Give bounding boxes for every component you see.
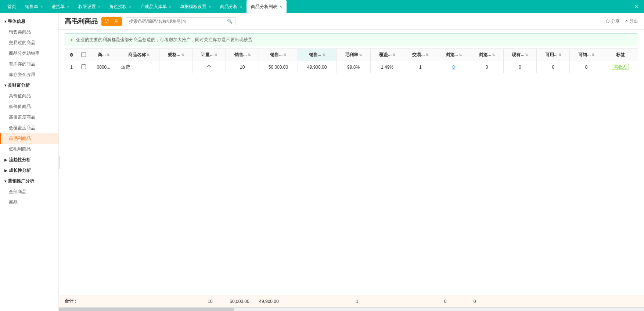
close-roles-icon[interactable]: × [129, 4, 131, 9]
sort-icon-view1: ⇅ [459, 53, 462, 57]
sidebar-item-traded-goods[interactable]: 交易过的商品 [0, 37, 58, 48]
view1-link[interactable]: 0 [452, 65, 455, 70]
nav-product-analysis[interactable]: 商品分析 × [216, 0, 247, 13]
col-sellable[interactable]: 可销... ⇅ [570, 49, 603, 61]
nav-sales[interactable]: 销售单 × [21, 0, 47, 13]
sidebar-item-high-coverage[interactable]: 高覆盖度商品 [0, 112, 58, 123]
col-trade[interactable]: 交易... ⇅ [404, 49, 437, 61]
col-unit[interactable]: 计量... ⇅ [193, 49, 226, 61]
sidebar-item-in-stock-goods[interactable]: 有库存的商品 [0, 59, 58, 69]
sidebar-item-stock-capital[interactable]: 库存资金占用 [0, 69, 58, 80]
chevron-down-icon: ▾ [4, 19, 6, 23]
chevron-right-icon-2: ▶ [4, 169, 7, 173]
sidebar-section-wealth[interactable]: ▾ 贫财富分析 [0, 80, 58, 91]
col-sale-amount[interactable]: 销售... ⇅ [259, 49, 298, 61]
chevron-down-icon-2: ▾ [4, 83, 6, 87]
scrollbar-thumb[interactable] [59, 308, 234, 311]
col-coverage[interactable]: 覆盖... ⇅ [371, 49, 404, 61]
sidebar-item-new-goods[interactable]: 新品 [0, 197, 58, 208]
sort-icon-code: ⇅ [107, 53, 109, 57]
row-sale-qty: 10 [226, 61, 259, 73]
col-gross-margin[interactable]: 毛利率 ⇅ [336, 49, 371, 61]
close-sales-icon[interactable]: × [40, 4, 43, 9]
sidebar-item-all-goods[interactable]: 全部商品 [0, 187, 58, 197]
sidebar-item-high-margin[interactable]: 高毛利商品 [0, 133, 58, 144]
select-all-checkbox[interactable] [81, 52, 86, 57]
tag-badge: 高收入 [612, 64, 629, 70]
row-available: 0 [537, 61, 570, 73]
total-view1 [372, 299, 401, 304]
total-sellable [489, 299, 519, 304]
sidebar-item-low-margin[interactable]: 低毛利商品 [0, 144, 58, 155]
sidebar-item-low-value[interactable]: 低价值商品 [0, 101, 58, 112]
col-code[interactable]: 商... ⇅ [89, 49, 118, 61]
content-header: 《 高毛利商品 近一月 🔍 ⬡ 分享 ↗ 导出 [59, 13, 644, 30]
sidebar-item-high-value[interactable]: 高价值商品 [0, 91, 58, 101]
row-tag: 高收入 [603, 61, 638, 73]
sidebar-item-category-rate[interactable]: 商品分类助销率 [0, 48, 58, 59]
close-product-analysis-icon[interactable]: × [240, 4, 242, 9]
close-purchase-icon[interactable]: × [67, 4, 69, 9]
col-sale-qty[interactable]: 销售... ⇅ [226, 49, 259, 61]
sidebar-item-sales-goods[interactable]: 销售类商品 [0, 27, 58, 37]
total-sale-qty: 10 [195, 299, 225, 304]
export-button[interactable]: ↗ 导出 [624, 18, 638, 25]
row-coverage: 1.49% [371, 61, 404, 73]
sidebar-section-growth[interactable]: ▶ 成长性分析 [0, 165, 58, 176]
sort-icon-coverage: ⇅ [392, 53, 395, 57]
nav-purchase[interactable]: 进货单 × [47, 0, 73, 13]
close-product-inbound-icon[interactable]: × [169, 4, 171, 9]
row-view2: 0 [470, 61, 503, 73]
sidebar-collapse-button[interactable]: 《 [59, 155, 60, 170]
col-spec[interactable]: 规格... ⇅ [159, 49, 193, 61]
search-input[interactable] [129, 19, 226, 24]
sort-icon-gross-margin: ⇅ [359, 53, 362, 57]
col-name[interactable]: 商品名称 ⇅ [118, 49, 159, 61]
nav-permissions[interactable]: 权限设置 × [74, 0, 105, 13]
nav-roles[interactable]: 角色授权 × [105, 0, 136, 13]
sort-icon-available: ⇅ [558, 53, 561, 57]
header-actions: ⬡ 分享 ↗ 导出 [606, 18, 638, 25]
row-name: 运费 [118, 61, 159, 73]
col-settings[interactable]: ⚙ [65, 49, 78, 61]
filter-month-button[interactable]: 近一月 [101, 17, 122, 26]
col-view2[interactable]: 浏览... ⇅ [470, 49, 503, 61]
nav-product-analysis-list[interactable]: 商品分析列表 × [247, 0, 286, 13]
footer-total: 合计： 10 50,000.00 49,900.00 1 0 0 [59, 295, 644, 307]
close-all-tabs-button[interactable]: × [632, 3, 641, 10]
sidebar-section-flow[interactable]: ▶ 流趋性分析 [0, 155, 58, 165]
total-sale-amount: 50,000.00 [225, 299, 254, 304]
horizontal-scrollbar[interactable] [59, 307, 644, 311]
sort-icon-sellable: ⇅ [591, 53, 594, 57]
row-view1[interactable]: 0 [437, 61, 470, 73]
row-index: 1 [65, 61, 78, 73]
settings-icon[interactable]: ⚙ [69, 53, 73, 58]
data-table: ⚙ 商... ⇅ [65, 48, 638, 73]
sidebar-item-low-coverage[interactable]: 低覆盖度商品 [0, 123, 58, 133]
col-view1[interactable]: 浏览... ⇅ [437, 49, 470, 61]
top-nav: 首页 销售单 × 进货单 × 权限设置 × 角色授权 × 产成品入库单 × 单据… [0, 0, 644, 13]
close-template-icon[interactable]: × [209, 4, 211, 9]
search-icon[interactable]: 🔍 [227, 19, 233, 24]
row-select-checkbox[interactable] [81, 64, 86, 69]
sidebar-section-marketing[interactable]: ▾ 营销推广分析 [0, 176, 58, 187]
total-available: 0 [460, 299, 489, 304]
col-tag[interactable]: 标签 [603, 49, 638, 61]
sort-icon-unit: ⇅ [214, 53, 217, 57]
sidebar-section-overall[interactable]: ▾ 整体信息 [0, 16, 58, 27]
close-product-analysis-list-icon[interactable]: × [280, 4, 282, 9]
col-checkbox [78, 49, 89, 61]
row-sale-cost: 49,900.00 [298, 61, 336, 73]
table-container[interactable]: ⚙ 商... ⇅ [65, 48, 638, 295]
close-permissions-icon[interactable]: × [98, 4, 100, 9]
nav-home[interactable]: 首页 [3, 0, 21, 13]
row-trade: 1 [404, 61, 437, 73]
nav-product-inbound[interactable]: 产成品入库单 × [136, 0, 176, 13]
col-available[interactable]: 可用... ⇅ [537, 49, 570, 61]
chevron-down-icon-3: ▾ [4, 179, 6, 183]
col-current-stock[interactable]: 现有... ⇅ [503, 49, 536, 61]
col-sale-cost[interactable]: 销售... ⇅ [298, 49, 336, 61]
nav-template[interactable]: 单据模板设置 × [176, 0, 215, 13]
share-button[interactable]: ⬡ 分享 [606, 18, 620, 25]
page-title: 高毛利商品 [65, 17, 98, 26]
